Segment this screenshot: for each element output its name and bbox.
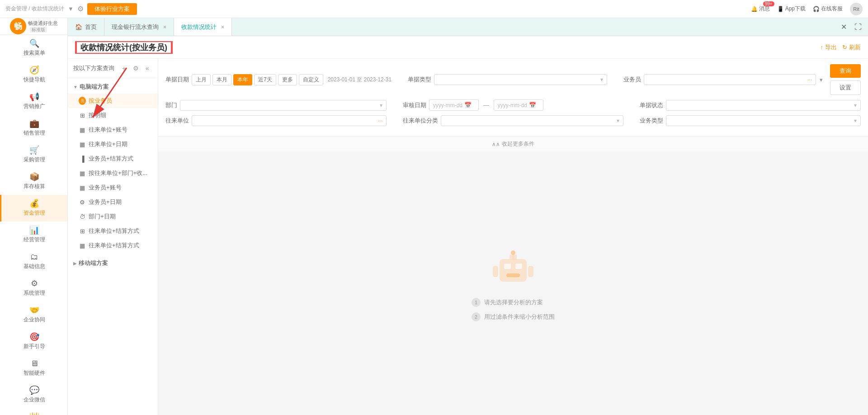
sidebar-item-label: 企业微信 — [24, 396, 45, 404]
standard-badge: 标准版 — [30, 27, 47, 33]
sidebar-item-label: 营销推广 — [24, 103, 45, 110]
export-btn[interactable]: ↑ 导出 — [821, 43, 837, 52]
table-icon-4: ▦ — [79, 184, 86, 191]
biz-type-select[interactable]: ▾ — [666, 115, 861, 126]
user-avatar[interactable]: Rit — [850, 3, 863, 15]
sidebar-item-operations[interactable]: 📊 经营管理 — [0, 222, 67, 248]
calendar-icon-2: 📅 — [529, 102, 536, 108]
table-icon-5: ▦ — [79, 242, 86, 249]
dept-select[interactable]: ▾ — [180, 100, 387, 111]
scheme-item-dept-date[interactable]: ⏱ 部门+日期 — [68, 209, 158, 224]
sidebar-item-finance[interactable]: 💰 资金管理 — [0, 195, 67, 222]
main-content: 🏠 首页 现金银行流水查询 × 收款情况统计 × ✕ ⛶ 收款情况统计(按业务员… — [68, 18, 868, 415]
online-service-btn[interactable]: 🎧 在线客服 — [813, 5, 843, 13]
filter-row-3: 往来单位 ··· 往来单位分类 ▾ — [165, 115, 861, 126]
scheme-item-salesman-payment[interactable]: ▐ 业务员+结算方式 — [68, 151, 158, 166]
app-download-btn[interactable]: 📱 App下载 — [777, 5, 806, 13]
scheme-item-salesman[interactable]: 员 按业务员 — [68, 94, 158, 108]
sidebar-logo: 畅 畅捷通好生意 标准版 — [0, 18, 67, 35]
type-select[interactable]: ▾ — [434, 74, 607, 85]
tab-home[interactable]: 🏠 首页 — [68, 18, 104, 36]
top-bar-right: 🔔 消息 99+ 📱 App下载 🎧 在线客服 Rit — [751, 3, 863, 15]
scheme-add-btn[interactable]: + — [119, 63, 129, 73]
sidebar-item-member[interactable]: 👑 畅会员 — [0, 408, 67, 415]
empty-step-1: 1 请先选择要分析的方案 — [472, 298, 543, 307]
tab-bank[interactable]: 现金银行流水查询 × — [104, 18, 174, 36]
tab-bank-close[interactable]: × — [163, 24, 166, 30]
date-btn-custom[interactable]: 自定义 — [299, 74, 323, 85]
sidebar-item-label: 销售管理 — [24, 129, 45, 137]
partner-label: 往来单位 — [165, 117, 189, 125]
sidebar-item-sales[interactable]: 💼 销售管理 — [0, 115, 67, 141]
page-title-box: 收款情况统计(按业务员) — [75, 41, 173, 54]
tab-close-all-btn[interactable]: ✕ — [837, 21, 850, 33]
clock-icon: ⏱ — [79, 213, 86, 220]
filter-doc-status-field: 单据状态 ▾ — [640, 100, 861, 111]
table-icon-3: ▦ — [79, 170, 86, 177]
salesman-input[interactable]: ··· — [644, 74, 816, 85]
sidebar-item-marketing[interactable]: 📢 营销推广 — [0, 88, 67, 115]
scheme-settings-btn[interactable]: ⚙ — [131, 63, 141, 73]
date-btn-7days[interactable]: 近7天 — [254, 74, 276, 85]
scheme-collapse-btn[interactable]: « — [142, 63, 152, 73]
audit-date-to-text: yyyy-mm-dd — [498, 102, 527, 108]
scheme-item-salesman-account[interactable]: ▦ 业务员+账号 — [68, 180, 158, 195]
scheme-item-partner-dept-collect[interactable]: ▦ 按往来单位+部门+收... — [68, 166, 158, 180]
filter-type-field: 单据类型 ▾ — [408, 74, 607, 85]
trial-banner-btn[interactable]: 体验行业方案 — [87, 3, 137, 15]
date-btn-this-year[interactable]: 本年 — [233, 74, 252, 85]
sidebar-item-wechat[interactable]: 💬 企业微信 — [0, 382, 67, 408]
sidebar-item-purchase[interactable]: 🛒 采购管理 — [0, 141, 67, 168]
sidebar-item-basic[interactable]: 🗂 基础信息 — [0, 248, 67, 275]
date-btn-more[interactable]: 更多 — [278, 74, 297, 85]
svg-rect-8 — [528, 266, 533, 277]
logo-text: 畅捷通好生意 标准版 — [28, 20, 58, 33]
type-label: 单据类型 — [408, 75, 431, 84]
partner-input[interactable]: ··· — [192, 115, 387, 126]
scheme-item-salesman-date[interactable]: ⚙ 业务员+日期 — [68, 195, 158, 209]
dept-chevron-icon: ▾ — [380, 102, 382, 108]
sidebar-item-hardware[interactable]: 🖥 智能硬件 — [0, 355, 67, 382]
ellipsis-icon: ▾ — [820, 76, 823, 83]
refresh-btn[interactable]: ↻ 刷新 — [842, 43, 861, 52]
scheme-item-partner-date[interactable]: ▦ 往来单位+日期 — [68, 137, 158, 151]
sidebar-item-label: 快捷导航 — [24, 76, 45, 84]
query-btn[interactable]: 查询 — [830, 64, 861, 78]
settings-btn[interactable]: 设置 — [830, 80, 861, 95]
audit-date-from-picker[interactable]: yyyy-mm-dd 📅 — [429, 99, 479, 111]
dropdown-icon[interactable]: ▼ — [68, 5, 74, 12]
scheme-panel-header: 按以下方案查询 + ⚙ « — [68, 59, 158, 78]
tab-maximize-btn[interactable]: ⛶ — [852, 21, 864, 33]
doc-status-select[interactable]: ▾ — [666, 100, 861, 111]
filter-section: 单据日期 上月 本月 本年 近7天 更多 自定义 2023-01-01 至 20… — [158, 59, 868, 136]
partner-cat-select[interactable]: ▾ — [441, 115, 624, 126]
sidebar-item-guide[interactable]: 🎯 新手引导 — [0, 328, 67, 355]
collapse-more-btn[interactable]: ∧∧ 收起更多条件 — [158, 136, 868, 151]
svg-rect-0 — [500, 259, 527, 282]
sidebar-item-system[interactable]: ⚙ 系统管理 — [0, 275, 67, 302]
tab-collection[interactable]: 收款情况统计 × — [174, 18, 232, 36]
date-btn-this-month[interactable]: 本月 — [212, 74, 231, 85]
scheme-group-mobile-title[interactable]: ▶ 移动端方案 — [68, 256, 158, 270]
tab-collection-close[interactable]: × — [221, 24, 224, 30]
sidebar-item-enterprise[interactable]: 🤝 企业协同 — [0, 302, 67, 328]
notification-btn[interactable]: 🔔 消息 99+ — [751, 5, 770, 13]
scheme-item-detail[interactable]: ⊞ 按明细 — [68, 108, 158, 123]
svg-point-6 — [511, 250, 515, 255]
audit-date-to-picker[interactable]: yyyy-mm-dd 📅 — [494, 99, 543, 111]
filter-row-1: 单据日期 上月 本月 本年 近7天 更多 自定义 2023-01-01 至 20… — [165, 64, 861, 95]
sidebar-item-search[interactable]: 🔍 搜索菜单 — [0, 35, 67, 61]
sidebar-item-quicknav[interactable]: 🧭 快捷导航 — [0, 61, 67, 88]
calendar-icon: 📅 — [464, 102, 472, 108]
filter-dept-field: 部门 ▾ — [165, 100, 387, 111]
gear-icon[interactable]: ⚙ — [77, 5, 84, 13]
date-btn-last-month[interactable]: 上月 — [192, 74, 211, 85]
scheme-group-desktop-title[interactable]: ▼ 电脑端方案 — [68, 80, 158, 94]
operations-icon: 📊 — [29, 226, 39, 234]
scheme-item-partner-payment-2[interactable]: ▦ 往来单位+结算方式 — [68, 238, 158, 253]
scheme-panel-title: 按以下方案查询 — [73, 64, 117, 72]
scheme-item-partner-payment-1[interactable]: ⊞ 往来单位+结算方式 — [68, 224, 158, 238]
sidebar-item-inventory[interactable]: 📦 库存核算 — [0, 168, 67, 195]
scheme-item-partner-account[interactable]: ▦ 往来单位+账号 — [68, 123, 158, 137]
wechat-icon: 💬 — [29, 386, 39, 394]
